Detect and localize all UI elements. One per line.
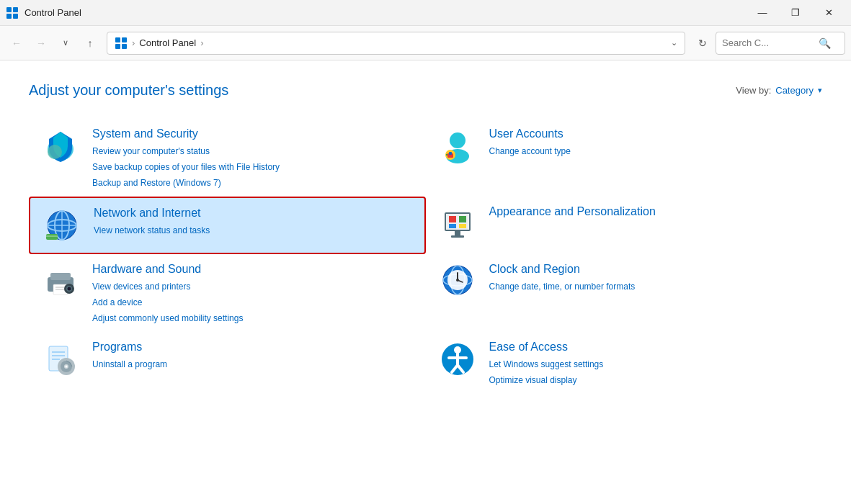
category-network-internet[interactable]: Network and Internet View network status… <box>29 197 426 254</box>
svg-rect-29 <box>455 231 460 235</box>
appearance-icon <box>437 204 478 244</box>
search-box[interactable]: 🔍 <box>716 32 845 55</box>
network-internet-name[interactable]: Network and Internet <box>94 207 210 220</box>
up-button[interactable]: ↑ <box>79 32 101 54</box>
category-system-security[interactable]: System and Security Review your computer… <box>29 119 426 197</box>
svg-rect-14 <box>449 152 452 155</box>
user-accounts-icon <box>437 126 478 166</box>
hardware-sound-icon <box>40 261 81 302</box>
address-control-panel: Control Panel <box>139 37 196 48</box>
search-icon[interactable]: 🔍 <box>819 37 831 49</box>
svg-rect-30 <box>451 235 464 238</box>
svg-rect-15 <box>446 154 447 156</box>
system-security-link-1[interactable]: Save backup copies of your files with Fi… <box>92 161 280 174</box>
back-button[interactable]: ← <box>6 32 27 54</box>
address-cp-icon <box>115 37 128 50</box>
clock-region-name[interactable]: Clock and Region <box>489 263 636 276</box>
ease-of-access-text: Ease of Access Let Windows suggest setti… <box>489 339 604 387</box>
page-header: Adjust your computer's settings View by:… <box>29 82 822 99</box>
svg-rect-3 <box>13 14 18 19</box>
user-accounts-name[interactable]: User Accounts <box>489 127 571 140</box>
ease-of-access-icon <box>437 339 478 379</box>
ease-of-access-name[interactable]: Ease of Access <box>489 341 604 354</box>
user-accounts-text: User Accounts Change account type <box>489 126 571 158</box>
svg-rect-6 <box>115 44 120 49</box>
window-title: Control Panel <box>24 7 81 18</box>
close-button[interactable]: ✕ <box>812 0 845 26</box>
svg-rect-2 <box>6 14 12 19</box>
svg-point-54 <box>66 366 68 368</box>
svg-point-9 <box>48 145 62 159</box>
view-by-arrow[interactable]: ▾ <box>818 86 822 95</box>
hardware-sound-text: Hardware and Sound View devices and prin… <box>92 261 243 325</box>
category-ease-of-access[interactable]: Ease of Access Let Windows suggest setti… <box>426 332 823 394</box>
maximize-button[interactable]: ❐ <box>779 0 812 26</box>
category-user-accounts[interactable]: User Accounts Change account type <box>426 119 823 197</box>
search-input[interactable] <box>722 37 816 48</box>
hardware-sound-link-1[interactable]: Add a device <box>92 296 243 309</box>
programs-link-0[interactable]: Uninstall a program <box>92 358 167 371</box>
nav-bar: ← → ∨ ↑ › Control Panel › ⌄ ↻ 🔍 <box>0 26 851 60</box>
category-appearance[interactable]: Appearance and Personalization <box>426 197 823 254</box>
hardware-sound-name[interactable]: Hardware and Sound <box>92 263 243 276</box>
view-by-label: View by: <box>736 85 771 96</box>
clock-region-icon <box>437 261 478 302</box>
title-bar-left: Control Panel <box>6 6 81 19</box>
address-separator-left: › <box>132 37 135 48</box>
appearance-name[interactable]: Appearance and Personalization <box>489 205 656 218</box>
forward-button[interactable]: → <box>30 32 52 54</box>
address-separator-right: › <box>200 37 203 48</box>
control-panel-icon <box>6 6 19 19</box>
svg-rect-7 <box>122 44 127 49</box>
network-internet-text: Network and Internet View network status… <box>94 205 210 237</box>
view-by: View by: Category ▾ <box>736 85 822 96</box>
programs-name[interactable]: Programs <box>92 341 167 354</box>
title-bar: Control Panel — ❐ ✕ <box>0 0 851 26</box>
svg-point-39 <box>68 287 71 291</box>
system-security-name[interactable]: System and Security <box>92 127 280 140</box>
refresh-button[interactable]: ↻ <box>692 33 713 53</box>
hardware-sound-link-2[interactable]: Adjust commonly used mobility settings <box>92 312 243 325</box>
dropdown-arrow-button[interactable]: ∨ <box>55 32 76 54</box>
categories-grid: System and Security Review your computer… <box>29 119 822 394</box>
programs-icon <box>40 339 81 379</box>
appearance-text: Appearance and Personalization <box>489 204 656 220</box>
svg-rect-27 <box>449 224 456 228</box>
main-content: Adjust your computer's settings View by:… <box>0 60 851 504</box>
svg-rect-4 <box>115 37 120 42</box>
programs-text: Programs Uninstall a program <box>92 339 167 371</box>
svg-rect-26 <box>459 216 466 222</box>
system-security-link-0[interactable]: Review your computer's status <box>92 145 280 158</box>
system-security-text: System and Security Review your computer… <box>92 126 280 189</box>
svg-point-10 <box>450 132 465 148</box>
category-clock-region[interactable]: Clock and Region Change date, time, or n… <box>426 254 823 332</box>
svg-rect-25 <box>449 216 456 222</box>
svg-rect-5 <box>122 37 127 42</box>
svg-rect-0 <box>6 7 12 12</box>
svg-rect-28 <box>459 224 466 228</box>
category-hardware-sound[interactable]: Hardware and Sound View devices and prin… <box>29 254 426 332</box>
ease-of-access-link-1[interactable]: Optimize visual display <box>489 374 604 387</box>
minimize-button[interactable]: — <box>746 0 779 26</box>
page-title: Adjust your computer's settings <box>29 82 228 99</box>
view-by-value[interactable]: Category <box>775 85 814 96</box>
user-accounts-link-0[interactable]: Change account type <box>489 145 571 158</box>
system-security-icon <box>40 126 81 166</box>
network-internet-link-0[interactable]: View network status and tasks <box>94 224 210 237</box>
system-security-link-2[interactable]: Backup and Restore (Windows 7) <box>92 176 280 189</box>
network-internet-icon <box>42 205 82 246</box>
address-bar[interactable]: › Control Panel › ⌄ <box>107 32 685 55</box>
address-dropdown-arrow[interactable]: ⌄ <box>671 38 677 48</box>
title-bar-controls: — ❐ ✕ <box>746 0 845 26</box>
clock-region-link-0[interactable]: Change date, time, or number formats <box>489 280 636 293</box>
clock-region-text: Clock and Region Change date, time, or n… <box>489 261 636 293</box>
category-programs[interactable]: Programs Uninstall a program <box>29 332 426 394</box>
hardware-sound-link-0[interactable]: View devices and printers <box>92 280 243 293</box>
svg-rect-32 <box>50 273 71 280</box>
svg-rect-22 <box>46 235 58 237</box>
ease-of-access-link-0[interactable]: Let Windows suggest settings <box>489 358 604 371</box>
svg-rect-1 <box>13 7 18 12</box>
